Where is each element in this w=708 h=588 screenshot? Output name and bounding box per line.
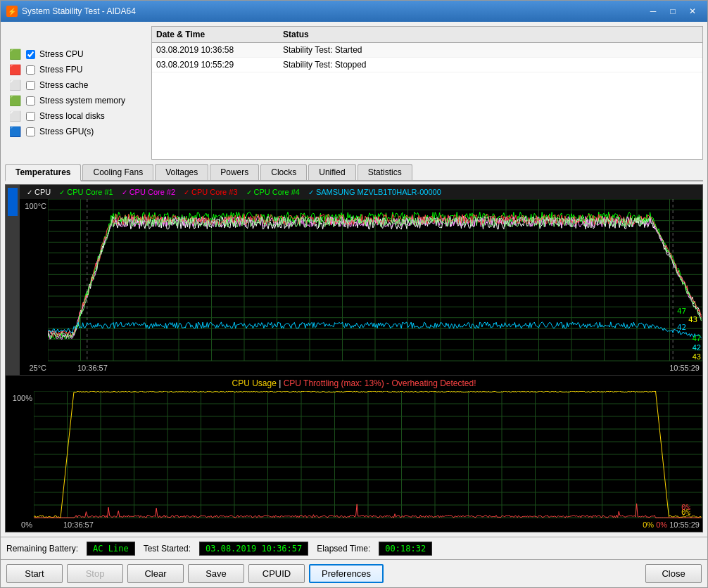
start-button[interactable]: Start [6, 564, 63, 583]
stress-icon-cache: ⬜ [8, 79, 22, 91]
temp-canvas [48, 199, 702, 375]
stress-checkbox-localdisks[interactable] [26, 112, 35, 121]
side-indicator [6, 185, 20, 375]
temp-chart-area: 100°C 25°C 10:36:57 10:55:29 [20, 199, 702, 375]
stress-checkbox-fpu[interactable] [26, 65, 35, 75]
temp-canvas-area: 10:36:57 10:55:29 47 42 43 [48, 199, 702, 375]
tab-temperatures[interactable]: Temperatures [5, 164, 81, 181]
usage-chart: CPU Usage | CPU Throttling (max: 13%) - … [6, 376, 702, 532]
stress-item-fpu[interactable]: 🟥 Stress FPU [5, 63, 146, 77]
stress-label-localdisks: Stress local disks [39, 111, 105, 121]
tab-powers[interactable]: Powers [210, 164, 259, 180]
temp-chart-legend: ✓ CPU ✓ CPU Core #1 ✓ CPU Core #2 ✓ CPU … [20, 185, 702, 199]
tab-unified[interactable]: Unified [308, 164, 355, 180]
legend-item: ✓ CPU Core #1 [59, 188, 113, 196]
battery-label: Remaining Battery: [6, 544, 78, 554]
temp-y-axis: 100°C 25°C [20, 199, 48, 375]
charts-section: ✓ CPU ✓ CPU Core #1 ✓ CPU Core #2 ✓ CPU … [5, 184, 703, 532]
clear-button[interactable]: Clear [127, 564, 184, 583]
tabs-bar: TemperaturesCooling FansVoltagesPowersCl… [5, 162, 703, 181]
stress-checkbox-cpu[interactable] [26, 50, 35, 59]
log-row: 03.08.2019 10:36:58 Stability Test: Star… [152, 43, 702, 58]
legend-label: CPU Core #1 [67, 188, 113, 196]
legend-item: ✓ CPU [27, 188, 51, 196]
legend-label: SAMSUNG MZVLB1T0HALR-00000 [316, 188, 441, 196]
stress-label-memory: Stress system memory [39, 96, 125, 106]
log-datetime: 03.08.2019 10:55:29 [156, 60, 283, 70]
stress-checkbox-memory[interactable] [26, 96, 35, 106]
tab-clocks[interactable]: Clocks [260, 164, 307, 180]
usage-chart-title: CPU Usage | CPU Throttling (max: 13%) - … [6, 376, 702, 391]
log-col-datetime: Date & Time [156, 30, 283, 39]
legend-item: ✓ CPU Core #4 [246, 188, 300, 196]
log-status: Stability Test: Stopped [283, 60, 698, 70]
stress-icon-cpu: 🟩 [8, 49, 22, 60]
stress-icon-memory: 🟩 [8, 95, 22, 106]
save-button[interactable]: Save [188, 564, 244, 583]
stress-item-gpus[interactable]: 🟦 Stress GPU(s) [5, 124, 146, 139]
app-icon: ⚡ [6, 6, 18, 17]
tab-voltages[interactable]: Voltages [155, 164, 208, 180]
test-started-label: Test Started: [144, 544, 191, 554]
temp-time-start: 10:36:57 [77, 364, 108, 372]
stress-label-cache: Stress cache [39, 80, 88, 90]
test-started-value: 03.08.2019 10:36:57 [199, 542, 308, 556]
legend-label: CPU Core #3 [191, 188, 237, 196]
stress-label-fpu: Stress FPU [39, 65, 82, 75]
usage-time-end: 0% 0% 10:55:29 [643, 520, 700, 529]
button-bar: StartStopClearSaveCPUIDPreferencesClose [1, 559, 707, 587]
battery-value: AC Line [87, 542, 135, 556]
legend-item: ✓ CPU Core #2 [122, 188, 175, 196]
tab-statistics[interactable]: Statistics [358, 164, 412, 180]
usage-time-start: 10:36:57 [63, 520, 94, 529]
stress-checkbox-gpus[interactable] [26, 127, 35, 136]
cpuid-button[interactable]: CPUID [248, 564, 305, 583]
stress-icon-fpu: 🟥 [8, 64, 22, 75]
main-window: ⚡ System Stability Test - AIDA64 ─ □ ✕ 🟩… [0, 0, 708, 588]
legend-label: CPU [34, 188, 51, 196]
log-datetime: 03.08.2019 10:36:58 [156, 45, 283, 55]
usage-y-axis: 100% 0% [6, 391, 34, 532]
log-header: Date & Time Status [152, 27, 702, 43]
usage-canvas [34, 391, 702, 532]
title-bar: ⚡ System Stability Test - AIDA64 ─ □ ✕ [1, 1, 707, 22]
legend-item: ✓ CPU Core #3 [184, 188, 237, 196]
stress-label-gpus: Stress GPU(s) [39, 127, 94, 136]
tab-coolingfans[interactable]: Cooling Fans [82, 164, 153, 180]
legend-item: ✓ SAMSUNG MZVLB1T0HALR-00000 [308, 188, 441, 196]
log-panel: Date & Time Status 03.08.2019 10:36:58 S… [151, 26, 703, 160]
main-content: 🟩 Stress CPU 🟥 Stress FPU ⬜ Stress cache… [1, 22, 707, 537]
temperature-chart: ✓ CPU ✓ CPU Core #1 ✓ CPU Core #2 ✓ CPU … [6, 185, 702, 376]
stress-checkbox-cache[interactable] [26, 81, 35, 90]
usage-canvas-area: 10:36:57 0% 0% 10:55:29 [34, 391, 702, 532]
stress-label-cpu: Stress CPU [39, 49, 84, 59]
elapsed-value: 00:18:32 [379, 542, 432, 556]
stress-item-cache[interactable]: ⬜ Stress cache [5, 78, 146, 92]
log-status: Stability Test: Started [283, 45, 698, 55]
stress-options-panel: 🟩 Stress CPU 🟥 Stress FPU ⬜ Stress cache… [5, 26, 146, 160]
preferences-button[interactable]: Preferences [309, 564, 384, 583]
legend-label: CPU Core #4 [254, 188, 300, 196]
log-row: 03.08.2019 10:55:29 Stability Test: Stop… [152, 58, 702, 72]
stress-item-localdisks[interactable]: ⬜ Stress local disks [5, 109, 146, 123]
temp-time-end: 10:55:29 [669, 364, 700, 372]
window-title: System Stability Test - AIDA64 [22, 6, 644, 16]
legend-label: CPU Core #2 [129, 188, 175, 196]
log-col-status: Status [283, 30, 698, 39]
status-bar: Remaining Battery: AC Line Test Started:… [1, 537, 707, 559]
window-controls: ─ □ ✕ [644, 4, 702, 18]
maximize-button[interactable]: □ [664, 4, 682, 18]
minimize-button[interactable]: ─ [644, 4, 662, 18]
temp-end-values: 47 42 43 [693, 334, 701, 361]
stress-item-cpu[interactable]: 🟩 Stress CPU [5, 47, 146, 61]
stop-button: Stop [67, 564, 123, 583]
stress-icon-localdisks: ⬜ [8, 110, 22, 122]
stress-icon-gpus: 🟦 [8, 126, 22, 137]
stress-item-memory[interactable]: 🟩 Stress system memory [5, 94, 146, 108]
close-window-button[interactable]: ✕ [683, 4, 702, 18]
top-section: 🟩 Stress CPU 🟥 Stress FPU ⬜ Stress cache… [5, 26, 703, 160]
log-rows: 03.08.2019 10:36:58 Stability Test: Star… [152, 43, 702, 72]
side-bar-item [8, 188, 18, 216]
close-button[interactable]: Close [645, 564, 702, 583]
usage-chart-body: 100% 0% 10:36:57 0% 0% [6, 391, 702, 532]
